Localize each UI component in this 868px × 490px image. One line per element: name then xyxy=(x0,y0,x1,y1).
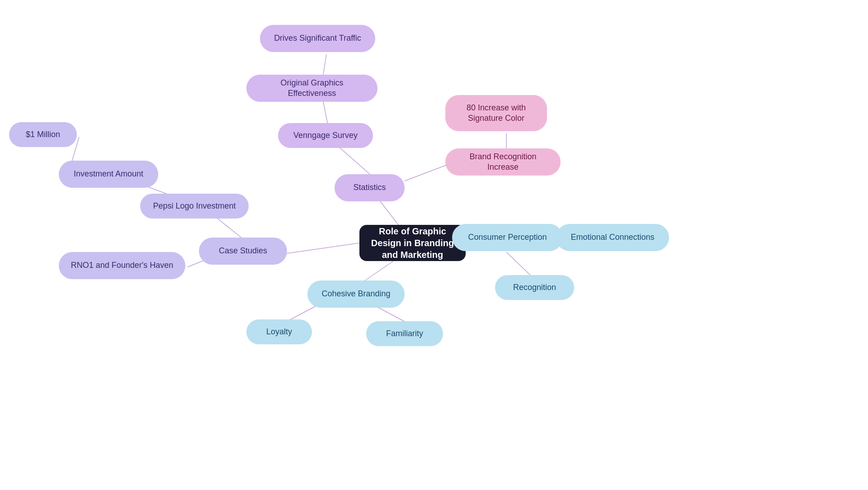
center-node: Role of Graphic Design in Branding and M… xyxy=(359,225,466,261)
original-graphics-node: Original Graphics Effectiveness xyxy=(246,75,377,102)
cohesive-branding-node: Cohesive Branding xyxy=(307,281,405,308)
familiarity-node: Familiarity xyxy=(366,321,443,346)
consumer-perception-node: Consumer Perception xyxy=(452,224,563,251)
venngage-survey-node: Venngage Survey xyxy=(278,123,373,148)
svg-line-16 xyxy=(506,252,531,276)
svg-line-4 xyxy=(405,163,452,181)
svg-line-2 xyxy=(323,102,328,124)
pepsi-logo-node: Pepsi Logo Investment xyxy=(140,194,249,219)
statistics-node: Statistics xyxy=(335,174,405,201)
case-studies-node: Case Studies xyxy=(199,238,287,265)
eighty-increase-node: 80 Increase with Signature Color xyxy=(445,95,547,131)
rno1-founders-node: RNO1 and Founder's Haven xyxy=(59,252,185,279)
emotional-connections-node: Emotional Connections xyxy=(556,224,669,251)
drives-traffic-node: Drives Significant Traffic xyxy=(260,25,375,52)
svg-line-6 xyxy=(287,243,359,253)
brand-recognition-node: Brand Recognition Increase xyxy=(445,148,561,176)
investment-amount-node: Investment Amount xyxy=(59,161,158,188)
svg-line-3 xyxy=(323,54,326,75)
recognition-node: Recognition xyxy=(495,275,574,300)
loyalty-node: Loyalty xyxy=(246,319,312,344)
svg-line-11 xyxy=(362,261,393,283)
one-million-node: $1 Million xyxy=(9,122,77,147)
